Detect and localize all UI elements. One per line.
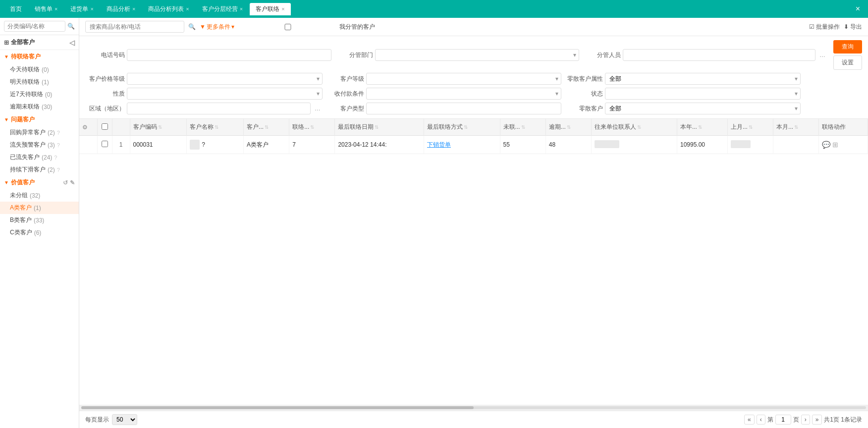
- nav-tab-customer-segment[interactable]: 客户分层经营 ×: [196, 3, 249, 15]
- adv-select-scatter2[interactable]: 全部: [605, 103, 801, 114]
- sort-icon-this-year[interactable]: ⇅: [698, 124, 702, 130]
- customer-table-container: ⚙ 客户编码 ⇅: [79, 119, 868, 405]
- sidebar-search-input[interactable]: [4, 21, 65, 32]
- sort-icon-name[interactable]: ⇅: [215, 124, 218, 130]
- refresh-icon[interactable]: ↺: [63, 179, 68, 186]
- nav-tab-purchase[interactable]: 进货单 ×: [64, 3, 99, 15]
- scrollbar-thumb[interactable]: [81, 406, 474, 409]
- sidebar-item-b-class[interactable]: B类客户 (33): [0, 214, 79, 226]
- td-gear: [79, 136, 97, 154]
- sidebar-item-unclassified-label: 未分组: [10, 191, 28, 200]
- nav-tab-sales[interactable]: 销售单 ×: [29, 3, 63, 15]
- sidebar-item-a-class[interactable]: A类客户 (1): [0, 202, 79, 214]
- batch-op-button[interactable]: ☑ 批量操作: [809, 23, 840, 31]
- nav-tab-customer-contact[interactable]: 客户联络 ×: [250, 3, 290, 15]
- adv-input-region[interactable]: [127, 103, 311, 114]
- adv-select-scatter[interactable]: 全部: [605, 73, 801, 85]
- customer-avatar: [190, 140, 200, 150]
- sort-icon-contact[interactable]: ⇅: [310, 124, 314, 130]
- nav-tab-contact-close[interactable]: ×: [281, 6, 284, 12]
- pagination: « ‹ 第 页 › » 共1页 1条记录: [744, 415, 862, 425]
- sort-icon-code[interactable]: ⇅: [158, 124, 162, 130]
- nav-tab-goods-analysis[interactable]: 商品分析 ×: [101, 3, 141, 15]
- contact-method-link[interactable]: 下销货单: [427, 141, 451, 148]
- first-page-button[interactable]: «: [744, 415, 755, 425]
- sort-icon-method[interactable]: ⇅: [464, 124, 468, 130]
- th-no-contact: 未联... ⇅: [500, 119, 545, 136]
- edit-icon[interactable]: ✎: [70, 179, 75, 186]
- filter-search-icon[interactable]: 🔍: [188, 23, 196, 30]
- adv-region-dots[interactable]: …: [313, 105, 323, 112]
- my-customers-checkbox[interactable]: [238, 24, 337, 30]
- sidebar-item-overdue[interactable]: 逾期未联络 (30): [0, 101, 79, 113]
- adv-input-phone[interactable]: [127, 49, 331, 61]
- advanced-filter: 电话号码 分管部门 分管人员 … 查询 设置: [79, 36, 868, 119]
- nav-tab-home[interactable]: 首页: [4, 3, 28, 15]
- select-all-checkbox[interactable]: [102, 123, 108, 130]
- sort-icon-contact-person[interactable]: ⇅: [637, 124, 641, 130]
- th-contact-person-label: 往来单位联系人: [595, 123, 636, 131]
- per-page-select[interactable]: 50 100 200: [112, 414, 137, 425]
- sidebar-item-today[interactable]: 今天待联络 (0): [0, 63, 79, 76]
- setting-button[interactable]: 设置: [833, 55, 862, 70]
- query-button[interactable]: 查询: [833, 40, 862, 54]
- next-page-button[interactable]: ›: [801, 415, 810, 425]
- adv-input-person[interactable]: [623, 49, 815, 61]
- row-checkbox[interactable]: [102, 141, 108, 147]
- sidebar-item-tomorrow[interactable]: 明天待联络 (1): [0, 76, 79, 88]
- adv-select-status[interactable]: [605, 88, 801, 100]
- th-num: [112, 119, 130, 136]
- help-icon-3: ?: [54, 155, 57, 160]
- export-button[interactable]: ⬇ 导出: [844, 23, 862, 31]
- sidebar-item-repeat-abnormal[interactable]: 回购异常客户 (2) ?: [0, 126, 79, 139]
- sidebar-group-problem[interactable]: ▼ 问题客户: [0, 113, 79, 126]
- adv-select-dept[interactable]: [375, 49, 580, 61]
- adv-field-region: 区域（地区） …: [85, 103, 323, 114]
- sidebar-search-icon[interactable]: 🔍: [67, 23, 75, 30]
- more-conditions-button[interactable]: ▼ 更多条件 ▾: [200, 23, 234, 31]
- nav-tab-goods-list-close[interactable]: ×: [186, 6, 189, 12]
- sidebar-item-already-label: 已流失客户: [10, 153, 40, 161]
- sidebar: 🔍 ⊞ 全部客户 ◁ ▼ 待联络客户 今天待联络 (0) 明天待联络 (1) 近…: [0, 18, 79, 428]
- nav-tab-purchase-close[interactable]: ×: [90, 6, 93, 12]
- sidebar-collapse-icon[interactable]: ◁: [69, 39, 75, 47]
- main-close-button[interactable]: ×: [852, 2, 864, 15]
- sort-icon-type[interactable]: ⇅: [265, 124, 269, 130]
- filter-icon: ▼: [200, 23, 206, 30]
- sort-icon-this-month[interactable]: ⇅: [794, 124, 798, 130]
- share-icon[interactable]: ⊞: [832, 141, 838, 149]
- adv-select-level[interactable]: [366, 73, 562, 85]
- adv-input-customer-type[interactable]: [366, 103, 562, 114]
- sidebar-item-continuous[interactable]: 持续下滑客户 (2) ?: [0, 163, 79, 176]
- sidebar-all-customers[interactable]: ⊞ 全部客户 ◁: [0, 35, 79, 50]
- horizontal-scrollbar[interactable]: [79, 405, 868, 411]
- sidebar-item-tomorrow-count: (1): [42, 79, 49, 86]
- sort-icon-date[interactable]: ⇅: [375, 124, 379, 130]
- adv-select-payment[interactable]: [366, 88, 562, 100]
- message-icon[interactable]: 💬: [822, 141, 830, 149]
- gear-icon[interactable]: ⚙: [82, 124, 88, 131]
- sort-icon-last-month[interactable]: ⇅: [749, 124, 753, 130]
- adv-select-price[interactable]: [127, 73, 323, 85]
- nav-tab-goods-analysis-close[interactable]: ×: [132, 6, 135, 12]
- last-page-button[interactable]: »: [812, 415, 822, 425]
- sidebar-item-week-count: (0): [45, 91, 53, 98]
- sidebar-item-a-label: A类客户: [10, 204, 32, 212]
- nav-tab-goods-list[interactable]: 商品分析列表 ×: [142, 3, 195, 15]
- sidebar-item-already-lost[interactable]: 已流失客户 (24) ?: [0, 151, 79, 163]
- sidebar-item-week[interactable]: 近7天待联络 (0): [0, 88, 79, 101]
- page-number-input[interactable]: [775, 415, 791, 425]
- sidebar-item-unclassified[interactable]: 未分组 (32): [0, 189, 79, 202]
- search-input[interactable]: [85, 21, 184, 33]
- adv-select-nature[interactable]: [127, 88, 323, 100]
- sidebar-item-lost-prediction[interactable]: 流失预警客户 (3) ?: [0, 139, 79, 151]
- sidebar-group-pending[interactable]: ▼ 待联络客户: [0, 50, 79, 63]
- adv-person-dots[interactable]: …: [817, 52, 827, 58]
- nav-tab-sales-close[interactable]: ×: [54, 6, 57, 12]
- sort-icon-no-contact[interactable]: ⇅: [521, 124, 525, 130]
- nav-tab-segment-close[interactable]: ×: [240, 6, 243, 12]
- sort-icon-overdue[interactable]: ⇅: [567, 124, 571, 130]
- prev-page-button[interactable]: ‹: [757, 415, 765, 425]
- sidebar-item-c-class[interactable]: C类客户 (6): [0, 226, 79, 239]
- sidebar-group-value[interactable]: ▼ 价值客户 ↺ ✎: [0, 176, 79, 189]
